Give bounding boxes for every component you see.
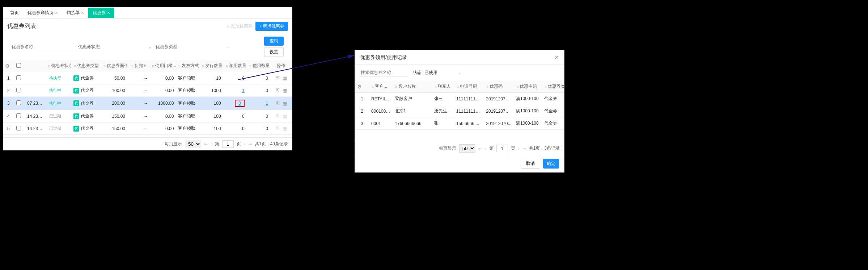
add-coupon-button[interactable]: + 新增优惠券	[255, 22, 288, 31]
table-row[interactable]: 614 23:59已终止代代金券150.00--0.00客户领取10000⇱▦	[3, 135, 292, 138]
settings-button[interactable]: 设置	[264, 47, 284, 57]
tab-0[interactable]: 首页	[6, 8, 23, 18]
coupon-table: ⚙ 优惠券状态 优惠券类型 优惠券面值 折扣% 使用门槛... 发放方式 发行数…	[3, 60, 292, 137]
voucher-badge-icon: 代	[73, 100, 79, 106]
col-gear[interactable]: ⚙	[3, 60, 14, 72]
modal-status-label: 状态	[413, 70, 422, 76]
modal-status-select[interactable]: 已使用⌵	[424, 70, 461, 76]
mcol-ccode[interactable]: 优惠码	[484, 80, 514, 93]
table-row[interactable]: 414 23:59已过期代代金券150.00--0.00客户领取10000⇱▦	[3, 110, 292, 122]
row-index: 2	[3, 84, 14, 97]
close-icon[interactable]: ✕	[81, 11, 84, 15]
qr-icon[interactable]: ▦	[283, 126, 287, 131]
col-time[interactable]	[25, 60, 46, 72]
m-first-page[interactable]: ⇤	[478, 146, 482, 151]
col-type[interactable]: 优惠券类型	[71, 60, 101, 72]
col-claim[interactable]: 领用数量	[223, 60, 247, 72]
table-row[interactable]: 1待执行代代金券50.00--0.00客户领取1000⇱▦	[3, 72, 292, 84]
mcol-subject[interactable]: 优惠主题	[514, 80, 542, 93]
filter-name-input[interactable]	[35, 43, 75, 51]
claim-count-link[interactable]: 1	[242, 88, 245, 93]
col-issue[interactable]: 发行数量	[199, 60, 223, 72]
cell-discount: --	[127, 84, 149, 97]
m-last-page[interactable]: ⇥	[522, 146, 526, 151]
cell-action: ⇱▦	[270, 97, 292, 110]
last-page-button[interactable]: ⇥	[248, 142, 252, 147]
mcol-contact[interactable]: 联系人	[432, 80, 454, 93]
col-discount[interactable]: 折扣%	[127, 60, 149, 72]
use-count-link[interactable]: 1	[266, 101, 268, 106]
table-row[interactable]: 307 23:59执行中代代金券200.00--1000.00客户领取10031…	[3, 97, 292, 110]
close-icon[interactable]: ✕	[554, 54, 559, 61]
cancel-button[interactable]: 取消	[521, 159, 540, 169]
qr-icon[interactable]: ▦	[283, 101, 287, 106]
prev-page-button[interactable]: ‹	[211, 142, 212, 147]
cell-status: 执行中	[46, 84, 71, 97]
qr-icon[interactable]: ▦	[283, 75, 287, 81]
table-row[interactable]: 3000117666666666张156 6666 ...201912070..…	[355, 117, 564, 130]
table-row[interactable]: 200010001北京1唐先生111111111112019120700...满…	[355, 105, 564, 117]
close-icon[interactable]: ✕	[107, 11, 110, 15]
m-next-page[interactable]: ›	[518, 146, 520, 151]
share-icon[interactable]: ⇱	[276, 126, 280, 131]
col-status[interactable]: 优惠券状态	[46, 60, 71, 72]
close-icon[interactable]: ✕	[55, 11, 58, 15]
row-checkbox[interactable]	[16, 88, 21, 92]
cell-claim: 3	[223, 97, 247, 110]
first-page-button[interactable]: ⇤	[204, 142, 208, 147]
coupon-table-wrap[interactable]: ⚙ 优惠券状态 优惠券类型 优惠券面值 折扣% 使用门槛... 发放方式 发行数…	[3, 60, 292, 137]
row-checkbox[interactable]	[16, 113, 21, 118]
qr-icon[interactable]: ▦	[283, 88, 287, 93]
mcol-gear[interactable]: ⚙	[355, 80, 369, 93]
next-page-button[interactable]: ›	[244, 142, 245, 147]
table-row[interactable]: 1RETAIL...零散客户张三111111111112019120700...…	[355, 93, 564, 105]
row-checkbox[interactable]	[16, 100, 21, 105]
cell-face: 100.00	[101, 84, 127, 97]
col-distribute[interactable]: 发放方式	[176, 60, 199, 72]
cell-use: 0	[247, 110, 270, 122]
select-all-checkbox[interactable]	[16, 63, 21, 68]
col-use[interactable]: 使用数量	[247, 60, 270, 72]
col-checkbox[interactable]	[14, 60, 25, 72]
col-face[interactable]: 优惠券面值	[101, 60, 127, 72]
mcol-phone[interactable]: 电话号码	[454, 80, 484, 93]
tab-label: 销货单	[67, 10, 80, 16]
filter-status-select[interactable]: ⌵	[102, 43, 153, 50]
m-prev-page[interactable]: ‹	[485, 146, 486, 151]
cell-cust-name: 17666666666	[393, 117, 432, 130]
mcol-name[interactable]: 客户名称	[393, 80, 432, 93]
share-icon[interactable]: ⇱	[276, 88, 280, 93]
modal-table-wrap[interactable]: ⚙ 客户... 客户名称 联系人 电话号码 优惠码 优惠主题 优惠券类 1RET…	[355, 80, 564, 142]
row-checkbox[interactable]	[16, 75, 21, 80]
col-action: 操作	[270, 60, 292, 72]
distribute-coupon-button[interactable]: ⎋ 发放优惠券	[227, 23, 253, 29]
claim-count-link[interactable]: 3	[238, 101, 241, 106]
modal-search-input[interactable]	[360, 68, 416, 76]
table-row[interactable]: 2执行中代代金券100.00--0.00客户领取100010⇱▦	[3, 84, 292, 97]
share-icon[interactable]: ⇱	[276, 101, 280, 106]
tab-1[interactable]: 优惠券详情页✕	[23, 8, 62, 18]
qr-icon[interactable]: ▦	[283, 113, 287, 119]
filter-type-select[interactable]: ⌵	[179, 43, 230, 50]
row-checkbox[interactable]	[16, 126, 21, 130]
m-page-input[interactable]	[496, 145, 508, 152]
cell-type: 代代金券	[71, 110, 101, 122]
m-per-page-select[interactable]: 50	[459, 144, 475, 153]
m-page-post: 页	[511, 145, 515, 151]
cell-use: 0	[247, 84, 270, 97]
col-threshold[interactable]: 使用门槛...	[149, 60, 176, 72]
row-index: 3	[355, 117, 369, 130]
per-page-select[interactable]: 50	[185, 140, 201, 148]
page-input[interactable]	[222, 140, 234, 148]
tab-2[interactable]: 销货单✕	[62, 8, 88, 18]
tab-3[interactable]: 优惠券✕	[88, 8, 114, 18]
usage-table: ⚙ 客户... 客户名称 联系人 电话号码 优惠码 优惠主题 优惠券类 1RET…	[355, 80, 564, 130]
cell-cust-name: 北京1	[393, 105, 432, 117]
mcol-code[interactable]: 客户...	[369, 80, 393, 93]
share-icon[interactable]: ⇱	[276, 75, 280, 81]
share-icon[interactable]: ⇱	[276, 113, 280, 119]
ok-button[interactable]: 确定	[543, 159, 559, 169]
mcol-type[interactable]: 优惠券类	[542, 80, 564, 93]
table-row[interactable]: 514 23:59已过期代代金券150.00--0.00客户领取10000⇱▦	[3, 122, 292, 135]
query-button[interactable]: 查询	[264, 37, 284, 46]
